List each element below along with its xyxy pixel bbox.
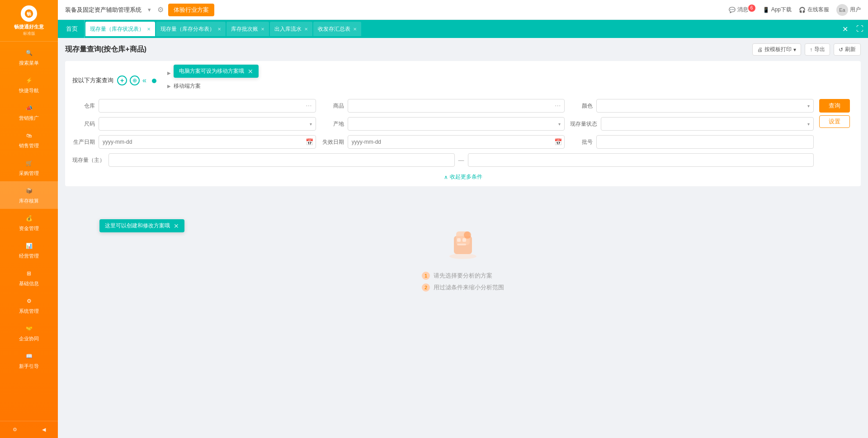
footer-collapse[interactable]: ◀: [42, 427, 46, 433]
empty-tip-2: 2 用过滤条件来缩小分析范围: [422, 283, 504, 292]
inv-qty-max-input[interactable]: [468, 153, 814, 167]
gear-icon: ⚙: [24, 296, 34, 306]
tab-close-receive-send[interactable]: ✕: [353, 27, 357, 32]
origin-arrow-icon: ▾: [558, 122, 561, 127]
sidebar-item-sales[interactable]: 🛍 销售管理: [0, 126, 58, 154]
reset-btn[interactable]: 设置: [819, 115, 850, 128]
field-batch-no: 批号: [570, 135, 814, 149]
empty-illustration: [443, 222, 483, 264]
goods-select[interactable]: ···: [348, 99, 565, 113]
tab-home[interactable]: 首页: [60, 20, 85, 38]
tooltip-close-btn[interactable]: ✕: [248, 68, 253, 75]
cart-icon: 🛒: [24, 158, 34, 168]
tab-fullscreen-btn[interactable]: ⛶: [854, 25, 866, 33]
goods-label: 商品: [321, 102, 344, 110]
dot-indicator: [152, 79, 156, 83]
warehouse-dots[interactable]: ···: [306, 102, 311, 110]
tab-bar-right: ✕ ⛶: [840, 25, 866, 33]
flash-icon: ⚡: [24, 75, 34, 85]
edit-tooltip-close-btn[interactable]: ✕: [174, 222, 179, 230]
size-select[interactable]: ▾: [99, 117, 316, 131]
goods-dots[interactable]: ···: [555, 102, 561, 110]
tab-close-batch-account[interactable]: ✕: [261, 27, 264, 32]
tab-bar: 首页 现存量（库存状况表） ✕ 现存量（库存分布表） ✕ 库存批次账 ✕ 出入库…: [58, 20, 868, 38]
sidebar-item-system[interactable]: ⚙ 系统管理: [0, 292, 58, 319]
support-btn[interactable]: 🎧 在线客服: [799, 6, 829, 14]
header-settings-icon[interactable]: ⚙: [157, 5, 164, 14]
page-actions: 🖨 按模板打印 ▾ ↑ 导出 ↺ 刷新: [752, 43, 861, 56]
scheme-mobile-header[interactable]: ▶ 移动端方案: [167, 80, 201, 92]
tab-inventory-dist[interactable]: 现存量（库存分布表） ✕: [156, 22, 226, 36]
svg-point-5: [464, 231, 471, 239]
footer-settings[interactable]: ⚙: [13, 427, 17, 433]
user-avatar: Ea: [836, 4, 848, 16]
phone-icon: 📱: [763, 7, 769, 13]
tab-close-in-out-flow[interactable]: ✕: [304, 27, 308, 32]
collapse-btn[interactable]: ∧ 收起更多条件: [444, 173, 482, 181]
messages-btn[interactable]: 💬 消息 6: [729, 6, 755, 14]
mobile-arrow-icon: ▶: [167, 84, 171, 89]
color-arrow-icon: ▾: [807, 104, 810, 108]
sidebar-item-guide[interactable]: 📖 新手引导: [0, 347, 58, 374]
color-select[interactable]: ▾: [596, 99, 814, 113]
sidebar-item-operations[interactable]: 📊 经营管理: [0, 236, 58, 264]
prod-date-label: 生产日期: [72, 138, 95, 146]
scheme-tooltip: 电脑方案可设为移动方案哦 ✕: [174, 65, 259, 78]
copy-scheme-btn[interactable]: ⊕: [130, 75, 140, 85]
messages-icon: 💬: [729, 7, 736, 13]
import-scheme-btn[interactable]: «: [142, 76, 146, 85]
tip-text-2: 用过滤条件来缩小分析范围: [434, 283, 504, 292]
app-download-btn[interactable]: 📱 App下载: [763, 6, 792, 14]
tab-inventory-status[interactable]: 现存量（库存状况表） ✕: [85, 22, 155, 36]
tab-close-all-btn[interactable]: ✕: [840, 25, 851, 33]
origin-select[interactable]: ▾: [348, 117, 565, 131]
page-title-row: 现存量查询(按仓库+商品) 🖨 按模板打印 ▾ ↑ 导出 ↺ 刷新: [65, 43, 861, 56]
size-label: 尺码: [72, 120, 95, 128]
field-inv-status: 现存量状态 ▾: [570, 117, 814, 131]
inv-status-arrow-icon: ▾: [807, 122, 810, 127]
batch-no-input[interactable]: [596, 135, 814, 149]
batch-no-label: 批号: [570, 138, 593, 146]
field-goods: 商品 ···: [321, 99, 565, 113]
tooltip-text: 电脑方案可设为移动方案哦: [179, 67, 244, 75]
sidebar-item-basic[interactable]: ⊞ 基础信息: [0, 264, 58, 292]
tab-close-inventory-status[interactable]: ✕: [147, 27, 151, 32]
sidebar-item-purchase[interactable]: 🛒 采购管理: [0, 154, 58, 181]
mobile-scheme-label: 移动端方案: [174, 82, 201, 90]
sidebar-footer: ⚙ ◀: [0, 421, 58, 438]
logo-badge: 标准版: [23, 31, 35, 37]
money-icon: 💰: [24, 213, 34, 223]
refresh-btn[interactable]: ↺ 刷新: [834, 43, 861, 56]
handshake-icon: 🤝: [24, 324, 34, 334]
user-menu[interactable]: Ea 用户: [836, 4, 861, 16]
inv-qty-label: 现存量（主）: [72, 156, 105, 164]
sidebar-item-inventory[interactable]: 📦 库存核算: [0, 181, 58, 209]
tab-receive-send[interactable]: 收发存汇总表 ✕: [313, 22, 361, 36]
filter-btns: + ⊕ «: [117, 75, 146, 85]
prod-date-start-input[interactable]: [99, 135, 316, 149]
support-icon: 🎧: [799, 7, 806, 13]
industry-btn[interactable]: 体验行业方案: [168, 4, 214, 16]
prod-date-start-wrap: 📅: [99, 135, 316, 149]
sidebar-item-search-menu[interactable]: 🔍 搜索菜单: [0, 43, 58, 71]
add-scheme-btn[interactable]: +: [117, 75, 127, 85]
sidebar-item-finance[interactable]: 💰 资金管理: [0, 209, 58, 236]
inv-status-select[interactable]: ▾: [601, 117, 814, 131]
sidebar-item-enterprise[interactable]: 🤝 企业协同: [0, 319, 58, 347]
field-size: 尺码 ▾: [72, 117, 316, 131]
tab-close-inventory-dist[interactable]: ✕: [217, 27, 221, 32]
search-btn[interactable]: 查询: [819, 99, 850, 113]
export-btn[interactable]: ↑ 导出: [805, 43, 830, 56]
sidebar-item-marketing[interactable]: 📣 营销推广: [0, 99, 58, 126]
inv-qty-min-input[interactable]: [108, 153, 455, 167]
exp-date-start-input[interactable]: [348, 135, 565, 149]
desktop-arrow-icon: ▶: [167, 71, 171, 75]
warehouse-select[interactable]: ···: [99, 99, 316, 113]
page: 现存量查询(按仓库+商品) 🖨 按模板打印 ▾ ↑ 导出 ↺ 刷新: [58, 38, 868, 333]
print-btn[interactable]: 🖨 按模板打印 ▾: [752, 43, 801, 56]
sidebar-item-quick-nav[interactable]: ⚡ 快捷导航: [0, 71, 58, 99]
grid-icon: ⊞: [24, 268, 34, 278]
tab-batch-account[interactable]: 库存批次账 ✕: [226, 22, 269, 36]
tab-in-out-flow[interactable]: 出入库流水 ✕: [270, 22, 312, 36]
svg-rect-8: [457, 244, 466, 245]
